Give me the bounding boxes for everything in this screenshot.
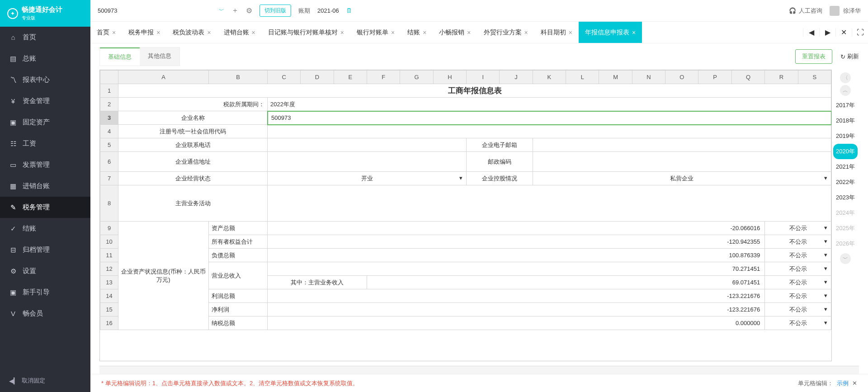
row-header[interactable]: 3 <box>100 111 118 125</box>
row-header[interactable]: 11 <box>100 249 118 262</box>
year-2023年[interactable]: 2023年 <box>833 190 858 205</box>
row-header[interactable]: 1 <box>100 84 118 98</box>
holding-dropdown[interactable]: 私营企业 <box>533 172 831 185</box>
data-cell[interactable] <box>268 152 467 172</box>
close-icon[interactable]: × <box>112 29 116 36</box>
tab-2[interactable]: 税负波动表× <box>166 22 217 43</box>
row-header[interactable]: 8 <box>100 185 118 222</box>
col-header[interactable]: B <box>209 71 268 84</box>
publish-dropdown[interactable]: 不公示 <box>765 289 831 303</box>
year-2024年[interactable]: 2024年 <box>833 205 858 221</box>
data-cell[interactable]: 69.071451 <box>367 276 765 289</box>
tab-prev-button[interactable]: ◀ <box>803 28 819 37</box>
sidebar-item-9[interactable]: ✓结账 <box>0 218 90 239</box>
fullscreen-button[interactable]: ⛶ <box>852 28 868 37</box>
row-header[interactable]: 16 <box>100 316 118 330</box>
col-header[interactable]: D <box>301 71 334 84</box>
data-cell[interactable] <box>268 185 831 222</box>
data-cell[interactable]: 70.271451 <box>268 262 765 276</box>
sidebar-item-3[interactable]: ¥资金管理 <box>0 90 90 112</box>
status-dropdown[interactable]: 开业 <box>268 172 467 185</box>
close-icon[interactable]: ✕ <box>852 380 857 387</box>
col-header[interactable]: N <box>632 71 665 84</box>
tab-3[interactable]: 进销台账× <box>217 22 262 43</box>
row-header[interactable]: 2 <box>100 98 118 111</box>
tab-4[interactable]: 日记账与银行对账单核对× <box>262 22 350 43</box>
data-cell[interactable] <box>268 138 467 152</box>
col-header[interactable]: I <box>467 71 500 84</box>
data-cell[interactable] <box>533 138 831 152</box>
close-icon[interactable]: × <box>207 29 211 36</box>
data-cell[interactable]: 100.876339 <box>268 249 765 262</box>
consult-button[interactable]: 🎧 人工咨询 <box>789 7 822 15</box>
col-header[interactable]: M <box>599 71 632 84</box>
col-header[interactable]: H <box>433 71 466 84</box>
year-down-button[interactable]: ﹀ <box>840 253 851 264</box>
subtab-1[interactable]: 其他信息 <box>140 47 179 66</box>
horizontal-scrollbar[interactable] <box>99 366 859 374</box>
col-header[interactable]: L <box>566 71 599 84</box>
tab-0[interactable]: 首页× <box>90 22 122 43</box>
refresh-button[interactable]: ↻ 刷新 <box>840 52 859 61</box>
year-2019年[interactable]: 2019年 <box>833 128 858 144</box>
row-header[interactable]: 9 <box>100 222 118 235</box>
col-header[interactable]: P <box>698 71 731 84</box>
tab-10[interactable]: 年报信息申报表× <box>579 22 642 43</box>
company-dropdown[interactable]: 500973 ﹀ <box>98 7 224 14</box>
sidebar-item-6[interactable]: ▭发票管理 <box>0 154 90 175</box>
add-icon[interactable]: ＋ <box>231 6 239 15</box>
close-icon[interactable]: × <box>423 29 426 36</box>
row-header[interactable]: 6 <box>100 152 118 172</box>
col-header[interactable]: R <box>765 71 798 84</box>
publish-dropdown[interactable]: 不公示 <box>765 235 831 249</box>
publish-dropdown[interactable]: 不公示 <box>765 222 831 235</box>
data-cell[interactable]: -120.942355 <box>268 235 765 249</box>
col-header[interactable]: A <box>118 71 209 84</box>
close-icon[interactable]: × <box>569 29 572 36</box>
sidebar-item-11[interactable]: ⚙设置 <box>0 260 90 282</box>
row-header[interactable]: 14 <box>100 289 118 303</box>
regen-button[interactable]: 重置报表 <box>795 49 832 64</box>
sidebar-item-0[interactable]: ⌂首页 <box>0 27 90 48</box>
sidebar-item-12[interactable]: ▣新手引导 <box>0 282 90 303</box>
sidebar-item-2[interactable]: 〽报表中心 <box>0 69 90 90</box>
publish-dropdown[interactable]: 不公示 <box>765 316 831 330</box>
row-header[interactable]: 7 <box>100 172 118 185</box>
user-menu[interactable]: 徐泽华 <box>830 6 861 16</box>
year-up-button[interactable]: ︿ <box>840 85 851 96</box>
row-header[interactable]: 5 <box>100 138 118 152</box>
old-version-button[interactable]: 切到旧版 <box>259 5 291 17</box>
data-cell[interactable]: -123.221676 <box>268 289 765 303</box>
col-header[interactable]: Q <box>731 71 764 84</box>
close-icon[interactable]: × <box>252 29 255 36</box>
row-header[interactable]: 15 <box>100 303 118 316</box>
col-header[interactable]: K <box>533 71 566 84</box>
col-header[interactable]: S <box>798 71 831 84</box>
close-icon[interactable]: × <box>340 29 344 36</box>
data-cell[interactable]: -123.221676 <box>268 303 765 316</box>
tab-8[interactable]: 外贸行业方案× <box>477 22 534 43</box>
year-2026年[interactable]: 2026年 <box>833 236 858 251</box>
sidebar-item-5[interactable]: ☷工资 <box>0 133 90 154</box>
sidebar-item-13[interactable]: V畅会员 <box>0 303 90 324</box>
spreadsheet[interactable]: A B C D E F G H I J K L M <box>99 70 832 361</box>
year-2017年[interactable]: 2017年 <box>833 98 858 113</box>
tab-5[interactable]: 银行对账单× <box>350 22 401 43</box>
year-2018年[interactable]: 2018年 <box>833 113 858 128</box>
data-cell[interactable]: -20.066016 <box>268 222 765 235</box>
sidebar-item-10[interactable]: ⊟归档管理 <box>0 239 90 260</box>
year-2025年[interactable]: 2025年 <box>833 221 858 236</box>
period-value-cell[interactable]: 2022年度 <box>268 98 831 111</box>
sidebar-item-7[interactable]: ▦进销台账 <box>0 175 90 197</box>
col-header[interactable]: F <box>367 71 400 84</box>
tab-9[interactable]: 科目期初× <box>534 22 579 43</box>
year-2021年[interactable]: 2021年 <box>833 159 858 175</box>
sidebar-item-1[interactable]: ▤总账 <box>0 48 90 69</box>
close-icon[interactable]: × <box>467 29 471 36</box>
tab-7[interactable]: 小畅报销× <box>433 22 477 43</box>
col-header[interactable]: J <box>500 71 533 84</box>
col-header[interactable]: G <box>400 71 433 84</box>
row-header[interactable]: 13 <box>100 276 118 289</box>
year-prev-button[interactable]: 〈 <box>840 72 851 83</box>
publish-dropdown[interactable]: 不公示 <box>765 262 831 276</box>
